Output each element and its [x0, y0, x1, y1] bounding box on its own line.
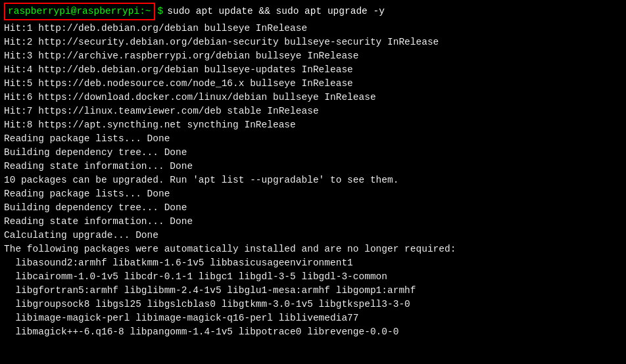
output-line: Reading package lists... Done [4, 132, 622, 146]
output-line: Reading state information... Done [4, 215, 622, 229]
output-line: Hit:2 http://security.debian.org/debian-… [4, 35, 622, 49]
output-line: Hit:5 https://deb.nodesource.com/node_16… [4, 77, 622, 91]
output-line: Reading package lists... Done [4, 187, 622, 201]
output-line: Calculating upgrade... Done [4, 229, 622, 242]
output-container: Hit:1 http://deb.debian.org/debian bulls… [4, 22, 622, 339]
prompt-line: raspberrypi@raspberrypi:~ $ sudo apt upd… [4, 3, 622, 20]
prompt-user: raspberrypi@raspberrypi:~ [8, 6, 151, 16]
output-line: libcairomm-1.0-1v5 libcdr-0.1-1 libgc1 l… [4, 270, 622, 284]
output-line: Reading state information... Done [4, 160, 622, 173]
output-line: Building dependency tree... Done [4, 146, 622, 160]
prompt-box: raspberrypi@raspberrypi:~ [4, 3, 155, 20]
output-line: The following packages were automaticall… [4, 242, 622, 256]
output-line: 10 packages can be upgraded. Run 'apt li… [4, 173, 622, 187]
output-line: Hit:6 https://download.docker.com/linux/… [4, 91, 622, 104]
output-line: libimage-magick-perl libimage-magick-q16… [4, 311, 622, 325]
prompt-command: sudo apt update && sudo apt upgrade -y [167, 5, 385, 18]
output-line: Hit:3 http://archive.raspberrypi.org/deb… [4, 49, 622, 63]
prompt-dollar: $ [158, 5, 164, 18]
output-line: Hit:8 https://apt.syncthing.net syncthin… [4, 118, 622, 132]
output-line: Hit:1 http://deb.debian.org/debian bulls… [4, 22, 622, 35]
terminal: raspberrypi@raspberrypi:~ $ sudo apt upd… [0, 0, 626, 364]
output-line: Hit:7 https://linux.teamviewer.com/deb s… [4, 104, 622, 118]
output-line: libasound2:armhf libatkmm-1.6-1v5 libbas… [4, 256, 622, 270]
output-line: Building dependency tree... Done [4, 201, 622, 215]
output-line: Hit:4 http://deb.debian.org/debian bulls… [4, 63, 622, 77]
output-line: libmagick++-6.q16-8 libpangomm-1.4-1v5 l… [4, 325, 622, 339]
output-line: libgroupsock8 libgsl25 libgslcblas0 libg… [4, 298, 622, 311]
output-line: libgfortran5:armhf libglibmm-2.4-1v5 lib… [4, 284, 622, 298]
